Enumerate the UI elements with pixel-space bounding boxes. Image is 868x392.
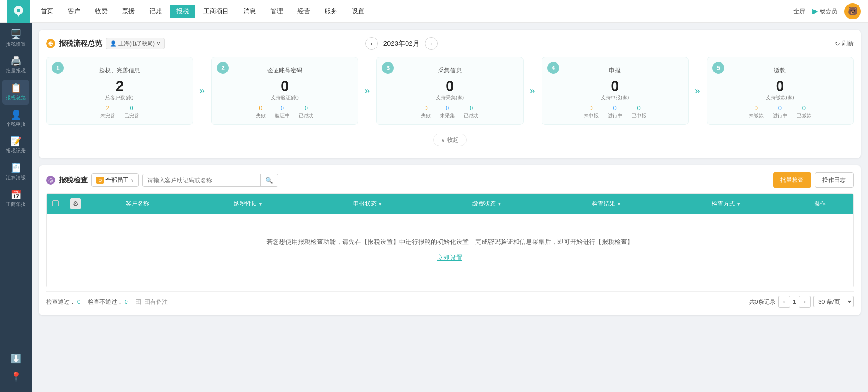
header-actions: 批量检查 操作日志 <box>773 172 854 188</box>
main-content: ⊕ 报税流程总览 👤 上海(电子税局) ∨ ‹ 2023年02月 › ↻ 刷新 … <box>32 23 868 392</box>
nav-operation[interactable]: 经营 <box>291 5 316 18</box>
sidebar-item-annual-report[interactable]: 📅 工商年报 <box>2 186 29 211</box>
filter-tag-icon: 员 <box>96 177 104 184</box>
th-tax-type: 纳税性质 ▼ <box>189 194 308 214</box>
page-prev-btn[interactable]: ‹ <box>778 296 790 308</box>
sidebar-item-tax-record[interactable]: 📝 报税记录 <box>2 133 29 158</box>
step-1-label-0: 未完善 <box>100 112 115 119</box>
nav-invoice[interactable]: 票据 <box>116 5 141 18</box>
check-title-icon: ◎ <box>46 176 55 185</box>
pagination: 共0条记录 ‹ 1 › 30 条/页 50 条/页 100 条/页 <box>749 296 854 308</box>
step-arrow-1: » <box>193 57 211 125</box>
nav-business[interactable]: 工商项目 <box>197 5 235 18</box>
member-btn[interactable]: ▶ 畅会员 <box>812 7 837 15</box>
nav-message[interactable]: 消息 <box>237 5 262 18</box>
step-2-stat-2: 0 已成功 <box>299 105 314 119</box>
th-operation: 操作 <box>786 194 853 214</box>
tax-record-icon: 📝 <box>10 137 22 146</box>
batch-check-button[interactable]: 批量检查 <box>773 172 811 188</box>
nav-home[interactable]: 首页 <box>34 5 60 18</box>
avatar[interactable]: 🐻 <box>844 3 861 19</box>
setup-link[interactable]: 立即设置 <box>437 254 462 261</box>
step-1-label-1: 已完善 <box>124 112 139 119</box>
nav-right: ⛶ 全屏 ▶ 畅会员 🐻 <box>784 3 861 19</box>
operation-log-button[interactable]: 操作日志 <box>815 172 854 188</box>
step-arrow-4: » <box>689 57 707 125</box>
fail-count-link[interactable]: 0 <box>124 298 127 305</box>
step-5-count: 0 <box>712 78 848 94</box>
sidebar-item-location[interactable]: 📍 <box>2 368 29 385</box>
step-5-stat-1: 0 进行中 <box>773 105 788 119</box>
sidebar-item-tax-settings[interactable]: 🖥️ 报税设置 <box>2 26 29 51</box>
nav-bookkeeping[interactable]: 记账 <box>143 5 168 18</box>
step-4-stat-1: 0 进行中 <box>608 105 623 119</box>
step-4-val-1: 0 <box>613 105 617 111</box>
check-method-header[interactable]: 检查方式 ▼ <box>712 200 741 208</box>
tax-type-header[interactable]: 纳税性质 ▼ <box>234 200 263 208</box>
step-3-stat-1: 0 未采集 <box>440 105 455 119</box>
check-result-filter-icon: ▼ <box>617 201 621 206</box>
pay-filter-icon: ▼ <box>497 201 502 206</box>
date-next-btn[interactable]: › <box>425 37 438 50</box>
step-5-stat-2: 0 已缴款 <box>797 105 811 119</box>
sidebar-item-download[interactable]: ⬇️ <box>2 350 29 367</box>
declare-status-header[interactable]: 申报状态 ▼ <box>353 200 382 208</box>
step-2-stats: 0 失败 0 验证中 0 已成功 <box>217 105 352 119</box>
step-3-label-2: 已成功 <box>464 112 479 119</box>
search-input[interactable] <box>143 174 260 186</box>
step-5-label-0: 未缴款 <box>749 112 764 119</box>
nav-service[interactable]: 服务 <box>318 5 344 18</box>
batch-tax-icon: 🖨️ <box>10 57 22 66</box>
step-2-stat-1: 0 验证中 <box>275 105 290 119</box>
gear-button[interactable]: ⚙ <box>70 198 81 209</box>
nav-settings[interactable]: 设置 <box>345 5 371 18</box>
nav-customer[interactable]: 客户 <box>61 5 87 18</box>
logo <box>7 0 30 23</box>
step-2-stat-0: 0 失败 <box>256 105 266 119</box>
page-next-btn[interactable]: › <box>799 296 811 308</box>
table-container: ⚙ 客户名称 纳税性质 ▼ <box>46 193 854 287</box>
fullscreen-btn[interactable]: ⛶ 全屏 <box>784 7 805 15</box>
th-customer-name: 客户名称 <box>86 194 189 214</box>
th-checkbox <box>47 194 65 214</box>
sidebar-item-batch-tax[interactable]: 🖨️ 批量报税 <box>2 53 29 78</box>
select-all-checkbox[interactable] <box>52 200 59 206</box>
sidebar-item-settlement[interactable]: 🧾 汇算清缴 <box>2 160 29 185</box>
sidebar-item-tax-overview[interactable]: 📋 报税总览 <box>2 80 29 105</box>
page-current: 1 <box>793 298 796 305</box>
step-2-subtitle: 支持验证(家) <box>217 94 352 101</box>
step-3-val-0: 0 <box>424 105 427 111</box>
sidebar-item-personal-tax[interactable]: 👤 个税申报 <box>2 106 29 131</box>
refresh-button[interactable]: ↻ 刷新 <box>835 39 854 48</box>
page-size-select[interactable]: 30 条/页 50 条/页 100 条/页 <box>813 296 854 307</box>
th-gear: ⚙ <box>65 194 86 214</box>
annual-report-icon: 📅 <box>10 190 22 199</box>
nav-tax[interactable]: 报税 <box>170 5 195 18</box>
date-prev-btn[interactable]: ‹ <box>365 37 378 50</box>
search-button[interactable]: 🔍 <box>260 174 278 186</box>
nav-management[interactable]: 管理 <box>264 5 289 18</box>
collapse-up-icon: ∧ <box>441 137 445 143</box>
nav-fee[interactable]: 收费 <box>89 5 114 18</box>
step-2-count: 0 <box>217 78 352 94</box>
step-4-val-0: 0 <box>590 105 593 111</box>
tax-type-filter-icon: ▼ <box>259 201 263 206</box>
personal-tax-icon: 👤 <box>10 110 22 119</box>
step-2-val-0: 0 <box>259 105 262 111</box>
step-3-title: 采集信息 <box>382 67 517 75</box>
step-5-label-2: 已缴款 <box>797 112 811 119</box>
steps-row: 1 授权、完善信息 2 总客户数(家) 2 未完善 0 已完善 » <box>46 57 854 125</box>
overview-title: 报税流程总览 <box>59 39 102 48</box>
check-result-header[interactable]: 检查结果 ▼ <box>592 200 621 208</box>
location-selector[interactable]: 👤 上海(电子税局) ∨ <box>106 38 165 49</box>
total-records: 共0条记录 <box>749 298 776 306</box>
step-5-val-1: 0 <box>778 105 782 111</box>
step-4-count: 0 <box>547 78 683 94</box>
step-2-val-2: 0 <box>305 105 308 111</box>
check-footer: 检查通过： 0 检查不通过： 0 囧 囧有备注 共0条记录 ‹ 1 › 30 条… <box>46 291 854 308</box>
pass-count-link[interactable]: 0 <box>77 298 80 305</box>
employee-filter[interactable]: 员 全部员工 ∨ <box>91 173 139 187</box>
pay-status-header[interactable]: 缴费状态 ▼ <box>472 200 502 208</box>
collapse-button[interactable]: ∧ 收起 <box>433 134 467 146</box>
step-1-val-1: 0 <box>130 105 133 111</box>
